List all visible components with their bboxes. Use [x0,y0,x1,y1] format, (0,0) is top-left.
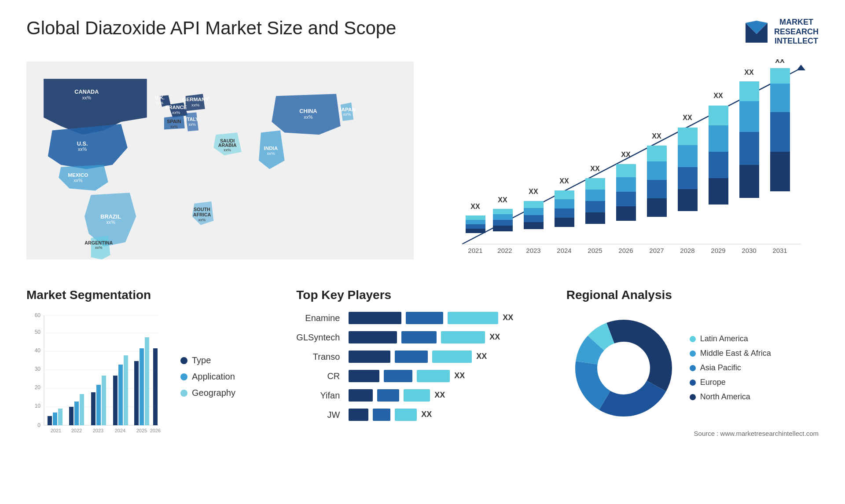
svg-text:XX: XX [590,165,600,172]
legend-europe: Europe [690,378,771,387]
map-area: CANADA xx% U.S. xx% MEXICO xx% U.K. xx% … [26,59,414,270]
svg-rect-88 [770,112,790,152]
svg-text:SPAIN: SPAIN [167,119,181,124]
svg-text:xx%: xx% [78,146,87,152]
cr-xx: XX [454,371,465,380]
cr-bar1 [349,370,379,382]
svg-text:2021: 2021 [468,247,482,254]
players-container: Enamine GLSyntech Transo CR Yifan JW XX [296,311,548,422]
player-cr: CR [296,369,340,383]
players-names: Enamine GLSyntech Transo CR Yifan JW [296,311,340,422]
transo-xx: XX [476,352,487,361]
legend-item-geography: Geography [180,388,235,398]
legend-geography-label: Geography [192,388,235,398]
legend-asia-pacific: Asia Pacific [690,363,771,373]
asia-pacific-label: Asia Pacific [700,363,741,373]
svg-rect-55 [555,190,574,199]
player-bar-cr: XX [349,369,548,383]
svg-text:MEXICO: MEXICO [68,172,88,178]
svg-text:2021: 2021 [51,428,61,433]
seg-chart-container: 0 10 20 30 40 50 [26,311,279,443]
svg-text:FRANCE: FRANCE [165,104,187,110]
player-enamine: Enamine [296,311,340,325]
svg-rect-53 [555,208,574,218]
middle-east-label: Middle East & Africa [700,349,771,358]
svg-text:10: 10 [35,403,41,409]
page-title: Global Diazoxide API Market Size and Sco… [26,18,396,39]
latin-america-label: Latin America [700,334,748,343]
logo-text: MARKET RESEARCH INTELLECT [774,18,819,46]
svg-text:XX: XX [621,151,631,158]
svg-rect-65 [616,164,636,177]
asia-pacific-dot [690,365,696,371]
svg-rect-39 [466,220,485,224]
legend-north-america: North America [690,392,771,402]
logo-icon [743,18,770,45]
svg-text:ARGENTINA: ARGENTINA [84,240,113,245]
svg-rect-138 [145,337,149,425]
cr-bar2 [384,370,412,382]
svg-text:2023: 2023 [93,428,103,433]
svg-text:U.K.: U.K. [155,95,165,100]
svg-text:XX: XX [652,132,661,140]
svg-text:XX: XX [529,188,538,195]
seg-legend: Type Application Geography [180,355,235,398]
player-jw: JW [296,408,340,422]
legend-latin-america: Latin America [690,334,771,343]
svg-text:XX: XX [683,114,692,121]
player-yifan: Yifan [296,388,340,402]
svg-rect-57 [585,212,605,224]
europe-label: Europe [700,378,726,387]
glsyntech-bar2 [401,331,437,343]
svg-rect-79 [709,125,728,152]
bottom-section: Market Segmentation 0 10 20 [26,288,819,443]
svg-text:XX: XX [713,92,723,99]
middle-east-dot [690,351,696,357]
svg-rect-42 [493,226,513,231]
svg-text:xx%: xx% [106,219,115,225]
svg-rect-136 [134,361,139,425]
svg-rect-82 [739,165,759,198]
svg-text:xx%: xx% [191,102,200,107]
svg-rect-134 [124,355,128,425]
svg-text:xx%: xx% [73,178,83,183]
svg-rect-120 [48,416,52,425]
glsyntech-bar3 [441,331,485,343]
player-bar-enamine: XX [349,311,548,325]
svg-rect-38 [466,224,485,229]
svg-rect-121 [53,413,57,425]
svg-rect-73 [678,167,698,189]
svg-text:20: 20 [35,384,41,391]
svg-rect-64 [616,177,636,192]
svg-text:CHINA: CHINA [299,108,317,114]
svg-text:xx%: xx% [224,148,231,152]
svg-text:BRAZIL: BRAZIL [100,213,121,220]
svg-rect-60 [585,178,605,190]
page-container: Global Diazoxide API Market Size and Sco… [0,0,845,504]
svg-text:xx%: xx% [172,110,180,115]
player-bar-yifan: XX [349,388,548,402]
legend-item-type: Type [180,355,235,365]
jw-xx: XX [421,410,432,419]
svg-text:XX: XX [470,203,480,210]
cr-bar3 [417,370,450,382]
svg-text:2029: 2029 [711,247,725,254]
svg-rect-43 [493,220,513,226]
svg-text:0: 0 [37,422,40,428]
svg-rect-49 [524,208,544,215]
europe-dot [690,380,696,386]
svg-marker-36 [797,65,805,70]
regional-container: Latin America Middle East & Africa Asia … [566,311,819,425]
svg-text:30: 30 [35,366,41,372]
svg-text:xx%: xx% [82,95,92,100]
donut-chart [566,311,681,425]
key-players-title: Top Key Players [296,288,548,302]
jw-bar1 [349,409,368,421]
svg-text:AFRICA: AFRICA [193,212,211,217]
svg-rect-62 [616,206,636,221]
svg-rect-59 [585,190,605,201]
jw-bar3 [395,409,417,421]
yifan-bar2 [377,389,399,402]
svg-text:xx%: xx% [188,122,196,127]
svg-rect-125 [74,402,79,425]
